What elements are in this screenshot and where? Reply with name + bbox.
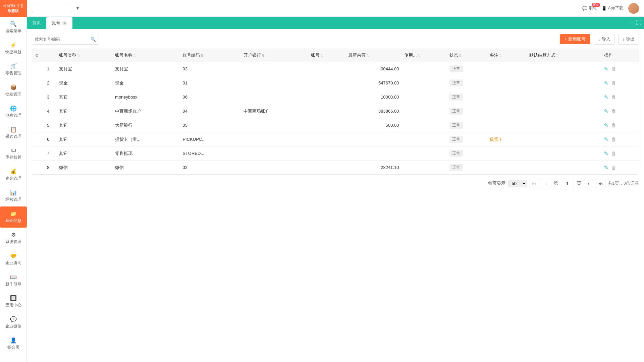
last-page-button[interactable]: ⏭ [596, 179, 605, 188]
col-note[interactable]: 备注⇅ [487, 49, 527, 62]
app-download-button[interactable]: 📱 App下载 [602, 5, 623, 11]
inventory-icon: 🏷 [2, 147, 25, 154]
cell-gear [32, 76, 44, 90]
export-button[interactable]: ↑ 导出 [618, 34, 639, 45]
cell-note [487, 118, 527, 132]
sidebar-item-label: 库存核算 [2, 155, 25, 160]
col-settlement[interactable]: 默认结算方式⇅ [527, 49, 601, 62]
prev-page-button[interactable]: ‹ [542, 179, 551, 188]
sidebar-item-app-center[interactable]: 🔲 应用中心 [0, 291, 27, 312]
cell-bank [241, 62, 308, 76]
table-row: 6 其它 提货卡（零... PICKUPC... 正常 提货卡 ✎ 🗑 [32, 132, 639, 146]
topbar-dropdown[interactable]: ▼ [75, 6, 80, 11]
import-icon: ↓ [598, 37, 600, 42]
edit-icon[interactable]: ✎ [604, 94, 608, 100]
page-size-select[interactable]: 50 100 [508, 180, 527, 187]
table-row: 2 现金 现金 01 547670.00 正常 ✎ 🗑 [32, 76, 639, 90]
sidebar-item-inventory[interactable]: 🏷 库存核算 [0, 143, 27, 164]
add-account-button[interactable]: + 新增账号 [560, 34, 590, 44]
col-type[interactable]: 账号类型⇅ [56, 49, 112, 62]
col-code[interactable]: 账号编码⇅ [180, 49, 240, 62]
topbar-search-input[interactable] [32, 4, 72, 13]
minimize-icon[interactable]: ─ [630, 20, 633, 26]
delete-icon[interactable]: 🗑 [611, 122, 616, 128]
col-usage[interactable]: 使用...⇅ [401, 49, 447, 62]
col-bank[interactable]: 开户银行⇅ [241, 49, 308, 62]
sidebar-item-enterprise[interactable]: 🤝 企业协同 [0, 249, 27, 270]
first-page-button[interactable]: ⏮ [530, 179, 539, 188]
cell-action: ✎ 🗑 [601, 132, 639, 146]
import-button[interactable]: ↓ 导入 [594, 34, 615, 45]
cell-type: 其它 [56, 146, 112, 161]
delete-icon[interactable]: 🗑 [611, 94, 616, 100]
cell-balance: 383866.00 [345, 104, 401, 118]
sidebar-item-search-menu[interactable]: 🔍 搜索菜单 [0, 17, 27, 38]
edit-icon[interactable]: ✎ [604, 136, 608, 142]
cell-usage [401, 146, 447, 161]
settings-icon[interactable]: ⚙ [35, 53, 39, 58]
delete-icon[interactable]: 🗑 [611, 66, 616, 72]
toolbar-right: + 新增账号 ↓ 导入 ↑ 导出 [560, 34, 639, 45]
cell-settlement [527, 132, 601, 146]
sidebar-item-label: 畅会员 [2, 345, 25, 350]
sidebar-item-wholesale[interactable]: 📦 批发管理 [0, 80, 27, 101]
delete-icon[interactable]: 🗑 [611, 108, 616, 114]
sidebar-item-wechat[interactable]: 💬 企业微信 [0, 312, 27, 333]
edit-icon[interactable]: ✎ [604, 165, 608, 171]
table-body: 1 支付宝 支付宝 03 -90444.00 正常 ✎ 🗑 2 现金 现金 01 [32, 62, 639, 175]
sidebar-item-purchase[interactable]: 📋 采购管理 [0, 122, 27, 143]
sidebar-item-quick-nav[interactable]: ⚡ 快捷导航 [0, 38, 27, 59]
cell-status: 正常 [447, 161, 487, 175]
sidebar-item-system[interactable]: ⚙ 系统管理 [0, 228, 27, 249]
sidebar-item-label: 基础信息 [2, 218, 25, 224]
edit-icon[interactable]: ✎ [604, 108, 608, 114]
cell-usage [401, 132, 447, 146]
sidebar-item-retail[interactable]: 🛒 零售管理 [0, 59, 27, 80]
maximize-icon[interactable]: ⛶ [636, 20, 641, 26]
sidebar-item-guide[interactable]: 📖 新手引导 [0, 270, 27, 291]
tab-account-close[interactable]: × [62, 21, 67, 25]
sidebar-item-ecommerce[interactable]: 🌐 电商管理 [0, 101, 27, 122]
user-avatar[interactable] [628, 3, 639, 14]
cell-usage [401, 90, 447, 104]
cell-settlement [527, 146, 601, 161]
wechat-icon: 💬 [2, 316, 25, 322]
message-icon: 💬 [582, 6, 587, 11]
sidebar-item-member[interactable]: 👤 畅会员 [0, 333, 27, 354]
edit-icon[interactable]: ✎ [604, 66, 608, 72]
tab-account[interactable]: 账号 × [46, 17, 72, 29]
message-button[interactable]: 💬 消息 99+ [582, 5, 597, 11]
sidebar-item-basic-info[interactable]: 📁 基础信息 [0, 206, 27, 228]
delete-icon[interactable]: 🗑 [611, 136, 616, 142]
search-input[interactable] [35, 37, 91, 42]
cell-note [487, 161, 527, 175]
cell-status: 正常 [447, 90, 487, 104]
edit-icon[interactable]: ✎ [604, 80, 608, 86]
col-status[interactable]: 状态⇅ [447, 49, 487, 62]
next-page-button[interactable]: › [584, 179, 593, 188]
app-label: App下载 [608, 5, 623, 11]
col-account[interactable]: 账号⇅ [308, 49, 345, 62]
sidebar-item-finance[interactable]: 💰 资金管理 [0, 164, 27, 185]
page-content: 🔍 + 新增账号 ↓ 导入 ↑ 导出 ⚙ [27, 29, 644, 362]
delete-icon[interactable]: 🗑 [611, 80, 616, 86]
delete-icon[interactable]: 🗑 [611, 150, 616, 157]
edit-icon[interactable]: ✎ [604, 122, 608, 128]
col-balance[interactable]: 最新余额⇅ [345, 49, 401, 62]
edit-icon[interactable]: ✎ [604, 150, 608, 157]
table-header: ⚙ 账号类型⇅ 账号名称⇅ 账号编码⇅ 开户银行⇅ 账号⇅ 最新余额⇅ 使用..… [32, 49, 639, 62]
sidebar-item-operation[interactable]: 📊 经营管理 [0, 185, 27, 206]
tab-home[interactable]: 首页 [27, 17, 46, 29]
enterprise-icon: 🤝 [2, 253, 25, 259]
sidebar-item-label: 搜索菜单 [2, 28, 25, 34]
quick-nav-icon: ⚡ [2, 42, 25, 48]
cell-code: 06 [180, 90, 240, 104]
toolbar: 🔍 + 新增账号 ↓ 导入 ↑ 导出 [32, 34, 639, 45]
search-icon[interactable]: 🔍 [91, 37, 96, 42]
cell-type: 支付宝 [56, 62, 112, 76]
col-name[interactable]: 账号名称⇅ [112, 49, 180, 62]
cell-bank: 中百商场账户 [241, 104, 308, 118]
page-input[interactable] [561, 179, 574, 188]
cell-account [308, 76, 345, 90]
delete-icon[interactable]: 🗑 [611, 165, 616, 171]
